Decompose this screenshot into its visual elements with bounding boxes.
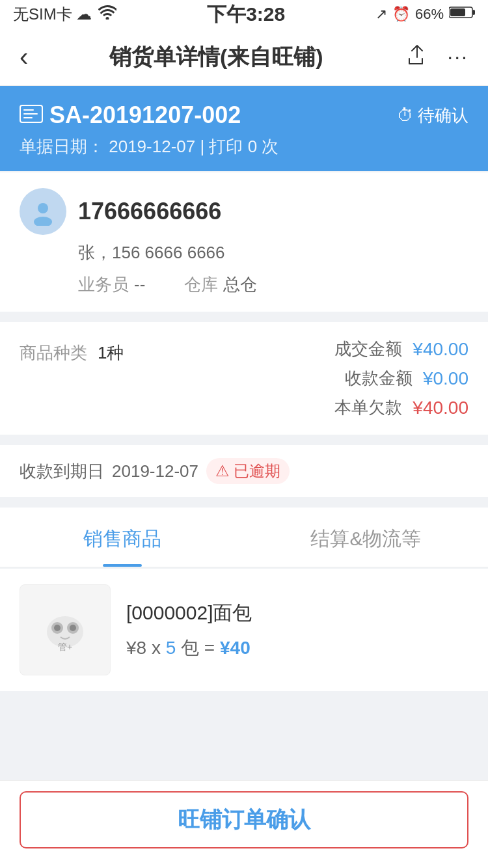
svg-point-4 [38, 203, 48, 213]
svg-point-10 [70, 625, 76, 631]
payment-value: ¥0.00 [423, 368, 468, 389]
multiply-sign: x [152, 638, 166, 658]
more-icon[interactable]: ··· [447, 45, 468, 69]
order-status: ⏱ 待确认 [397, 104, 468, 127]
equals-sign: = [204, 638, 220, 658]
warehouse-label: 仓库 [184, 273, 218, 296]
product-thumbnail: 管+ [20, 584, 111, 675]
debt-value: ¥40.00 [413, 398, 468, 418]
product-unit: 包 [181, 638, 199, 658]
order-date: 单据日期： 2019-12-07 | 打印 0 次 [20, 135, 468, 158]
product-price-row: ¥8 x 5 包 = ¥40 [126, 636, 468, 660]
wifi-icon [98, 5, 116, 23]
customer-phone: 17666666666 [78, 198, 221, 225]
nav-bar: ‹ 销货单详情(来自旺铺) ··· [0, 29, 488, 86]
amount-label: 成交金额 [334, 338, 402, 360]
svg-text:管+: 管+ [58, 642, 72, 652]
tabs: 销售商品 结算&物流等 [0, 508, 488, 567]
product-name: [0000002]面包 [126, 600, 468, 627]
salesperson-label: 业务员 [78, 273, 129, 296]
alarm-icon: ⏰ [392, 6, 410, 23]
debt-label: 本单欠款 [334, 396, 402, 419]
due-date-value: 2019-12-07 [112, 461, 198, 481]
battery-icon [449, 6, 475, 23]
svg-point-5 [34, 217, 52, 226]
order-icon [20, 102, 43, 129]
payment-label: 收款金额 [345, 367, 413, 390]
avatar [20, 188, 66, 235]
product-total: ¥40 [220, 638, 251, 658]
bottom-action-bar: 旺铺订单确认 [0, 780, 488, 868]
warning-icon: ⚠ [215, 462, 230, 480]
customer-card: 17666666666 张，156 6666 6666 业务员 -- 仓库 总仓 [0, 172, 488, 312]
product-price: ¥8 [126, 638, 146, 658]
product-type-label: 商品种类 [20, 342, 87, 364]
product-info: [0000002]面包 ¥8 x 5 包 = ¥40 [126, 600, 468, 660]
back-button[interactable]: ‹ [20, 42, 28, 72]
page-title: 销货单详情(来自旺铺) [109, 42, 323, 72]
product-item: 管+ [0000002]面包 ¥8 x 5 包 = ¥40 [0, 569, 488, 691]
product-quantity: 5 [166, 638, 176, 658]
location-icon: ↗ [375, 6, 387, 23]
status-right: ↗ ⏰ 66% [375, 6, 475, 23]
amount-value: ¥40.00 [413, 339, 468, 360]
status-time: 下午3:28 [207, 1, 285, 28]
customer-meta: 业务员 -- 仓库 总仓 [78, 273, 468, 296]
share-icon[interactable] [404, 43, 427, 71]
confirm-order-button[interactable]: 旺铺订单确认 [20, 791, 468, 848]
status-bar: 无SIM卡 ☁ 下午3:28 ↗ ⏰ 66% [0, 0, 488, 29]
status-left: 无SIM卡 ☁ [13, 4, 116, 25]
svg-point-9 [54, 625, 61, 631]
warehouse-value: 总仓 [223, 273, 257, 296]
battery-level: 66% [415, 6, 444, 23]
sim-status: 无SIM卡 ☁ [13, 4, 92, 25]
tab-products[interactable]: 销售商品 [0, 508, 244, 567]
due-date-label: 收款到期日 [20, 460, 104, 483]
svg-rect-2 [450, 8, 465, 16]
order-id: SA-20191207-002 [20, 102, 241, 129]
overdue-badge: ⚠ 已逾期 [206, 458, 290, 484]
order-header: SA-20191207-002 ⏱ 待确认 单据日期： 2019-12-07 |… [0, 86, 488, 171]
due-date-card: 收款到期日 2019-12-07 ⚠ 已逾期 [0, 445, 488, 497]
customer-name: 张，156 6666 6666 [78, 241, 468, 264]
nav-actions: ··· [404, 43, 468, 71]
summary-card: 商品种类 1种 成交金额 ¥40.00 收款金额 ¥0.00 本单欠款 ¥40.… [0, 322, 488, 435]
product-list: 管+ [0000002]面包 ¥8 x 5 包 = ¥40 [0, 569, 488, 691]
svg-rect-1 [472, 10, 475, 15]
tab-settlement[interactable]: 结算&物流等 [244, 508, 488, 567]
salesperson-value: -- [134, 275, 145, 295]
amounts: 成交金额 ¥40.00 收款金额 ¥0.00 本单欠款 ¥40.00 [334, 338, 468, 419]
clock-icon: ⏱ [397, 105, 414, 126]
product-type-value: 1种 [98, 342, 124, 364]
